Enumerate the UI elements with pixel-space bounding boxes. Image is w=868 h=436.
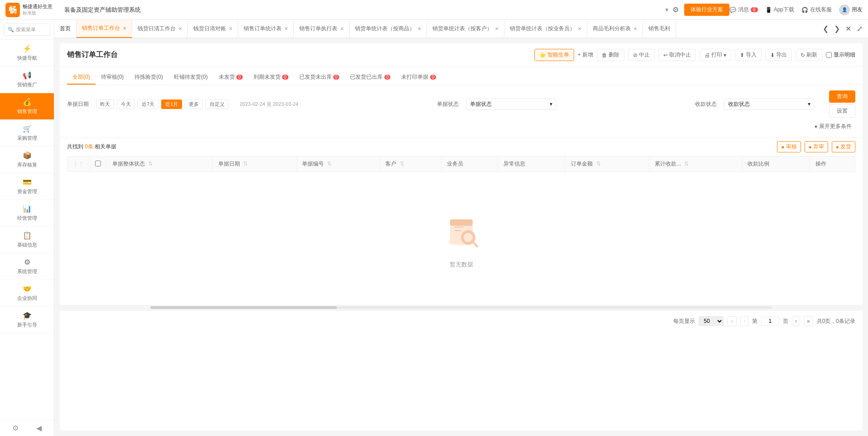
- expand-conditions-btn[interactable]: ▾ 展开更多条件: [811, 121, 855, 132]
- date-btn-7days[interactable]: 近7天: [138, 100, 158, 109]
- sub-tab-pending-review[interactable]: 待审核(0): [96, 71, 129, 85]
- empty-state: 暂无数据: [60, 172, 863, 305]
- tab-cash-reconcile[interactable]: 钱货日清对账 ✕: [188, 20, 238, 38]
- sort-icon[interactable]: ⇅: [596, 161, 601, 167]
- sub-tab-overdue-not-shipped[interactable]: 到期未发货 0: [248, 71, 294, 85]
- tab-prev-btn[interactable]: ❮: [821, 23, 830, 35]
- page-size-select[interactable]: 20 50 100: [699, 316, 724, 326]
- sidebar-item-finance[interactable]: 💳 资金管理: [0, 173, 54, 200]
- page-size-label: 每页显示: [673, 318, 695, 325]
- sidebar-item-basic[interactable]: 📋 基础信息: [0, 227, 54, 253]
- status-select[interactable]: 单据状态 ▾: [466, 99, 556, 110]
- data-table: ⋮⋮ 单据整体状态 ⇅: [67, 156, 855, 172]
- show-detail-label[interactable]: 显示明细: [826, 51, 855, 59]
- sidebar-item-purchase[interactable]: 🛒 采购管理: [0, 120, 54, 147]
- next-page-btn[interactable]: ›: [792, 316, 800, 326]
- cancel-stop-btn[interactable]: ↩ 取消中止: [658, 49, 696, 61]
- sidebar-item-sales[interactable]: 💰 销售管理: [0, 93, 54, 120]
- show-detail-checkbox[interactable]: [826, 52, 832, 58]
- tab-sales-order-stats[interactable]: 销售订单统计表 ✕: [238, 20, 294, 38]
- top-bar: 畅 畅捷通好生意 标准版 装备及固定资产辅助管理系统 ▼ ⚙ 体验行业方案 💬 …: [0, 0, 868, 20]
- sidebar-settings-icon[interactable]: ⚙: [12, 424, 19, 432]
- sidebar-collapse-icon[interactable]: ◀: [36, 424, 42, 432]
- sub-tab-shipped-not-warehoused[interactable]: 已发货未出库 0: [294, 71, 345, 85]
- sub-tab-all[interactable]: 全部(0): [67, 71, 96, 85]
- sidebar-item-operation[interactable]: 📊 经营管理: [0, 200, 54, 227]
- sub-tab-wangpu-pending-ship[interactable]: 旺铺待发货(0): [168, 71, 213, 85]
- smart-btn[interactable]: ⭐ 智能生单: [534, 49, 574, 61]
- import-btn[interactable]: ⬆ 导入: [735, 49, 762, 61]
- tab-close-icon[interactable]: ✕: [284, 26, 288, 31]
- set-btn[interactable]: 设置: [829, 104, 855, 118]
- last-page-btn[interactable]: »: [804, 316, 813, 326]
- sort-icon[interactable]: ⇅: [327, 161, 331, 167]
- sub-tab-pending-inspect[interactable]: 待拣验货(0): [129, 71, 168, 85]
- tab-sales-order-exec[interactable]: 销售订单执行表 ✕: [294, 20, 350, 38]
- sort-icon[interactable]: ⇅: [400, 161, 404, 167]
- tab-close-icon[interactable]: ✕: [229, 26, 232, 31]
- tab-sales-profit[interactable]: 销售毛利: [643, 20, 676, 38]
- sort-icon[interactable]: ⇅: [148, 161, 153, 167]
- date-btn-1month[interactable]: 近1月: [161, 100, 182, 109]
- tab-home[interactable]: 首页: [54, 20, 77, 38]
- date-btn-more[interactable]: 更多: [185, 100, 203, 109]
- sub-tab-shipped-warehoused[interactable]: 已发货已出库 0: [345, 71, 396, 85]
- query-btn[interactable]: 查询: [829, 90, 855, 103]
- app-download-btn[interactable]: 📱 App下载: [765, 6, 794, 14]
- tab-close-icon[interactable]: ✕: [417, 26, 421, 31]
- sidebar-item-inventory[interactable]: 📦 库存核算: [0, 147, 54, 173]
- payment-select[interactable]: 收款状态 ▾: [724, 99, 815, 110]
- scroll-thumb[interactable]: [150, 306, 337, 309]
- sub-tab-not-shipped[interactable]: 未发货 0: [213, 71, 248, 85]
- tab-close-icon[interactable]: ✕: [178, 26, 182, 31]
- date-btn-custom[interactable]: 自定义: [206, 100, 229, 109]
- th-status: 单据整体状态 ⇅: [107, 156, 213, 172]
- online-service-btn[interactable]: 🎧 在线客服: [801, 6, 832, 14]
- stop-btn[interactable]: ⊘ 中止: [628, 49, 655, 61]
- tab-sales-stats-product[interactable]: 销货单统计表（按商品） ✕: [350, 20, 427, 38]
- date-btn-yesterday[interactable]: 昨天: [96, 100, 114, 109]
- approve-btn[interactable]: ● 审核: [777, 141, 801, 152]
- settings-icon[interactable]: ⚙: [672, 5, 679, 14]
- select-all-checkbox[interactable]: [95, 161, 101, 166]
- industry-btn[interactable]: 体验行业方案: [684, 4, 729, 16]
- export-btn[interactable]: ⬇ 导出: [765, 49, 792, 61]
- tab-close-icon[interactable]: ✕: [340, 26, 344, 31]
- ship-btn[interactable]: ● 发货: [832, 141, 855, 152]
- th-checkbox[interactable]: [90, 156, 107, 172]
- page-input[interactable]: [761, 317, 779, 326]
- first-page-btn[interactable]: «: [727, 316, 737, 326]
- sidebar-item-quick-nav[interactable]: ⚡ 快捷导航: [0, 40, 54, 66]
- tab-sales-stats-customer[interactable]: 销货单统计表（按客户） ✕: [427, 20, 504, 38]
- date-btn-today[interactable]: 今天: [117, 100, 135, 109]
- delete-btn[interactable]: 🗑 删除: [597, 49, 624, 61]
- tab-maximize-btn[interactable]: ⤢: [855, 23, 864, 35]
- tab-close-icon[interactable]: ✕: [578, 26, 581, 31]
- prev-page-btn[interactable]: ‹: [740, 316, 748, 326]
- tab-sales-order-workbench[interactable]: 销售订单工作台 ✕: [77, 20, 132, 38]
- scroll-bar[interactable]: [150, 306, 772, 309]
- sidebar-item-guide[interactable]: 🎓 新手引导: [0, 307, 54, 333]
- tab-close-all-btn[interactable]: ✕: [844, 23, 853, 35]
- user-menu[interactable]: 👤 用友: [839, 5, 863, 15]
- refresh-btn[interactable]: ↻ 刷新: [796, 49, 822, 61]
- sidebar-item-system[interactable]: ⚙ 系统管理: [0, 253, 54, 280]
- sort-icon[interactable]: ⇅: [684, 161, 689, 167]
- print-btn[interactable]: 🖨 打印 ▾: [700, 49, 731, 61]
- sort-icon[interactable]: ⇅: [243, 161, 248, 167]
- tab-close-icon[interactable]: ✕: [495, 26, 499, 31]
- tab-sales-stats-staff[interactable]: 销货单统计表（按业务员） ✕: [504, 20, 587, 38]
- add-btn[interactable]: + 新增: [578, 51, 593, 59]
- tab-daily-cash[interactable]: 钱货日清工作台 ✕: [132, 20, 188, 38]
- sidebar-item-marketing[interactable]: 📢 营销推广: [0, 66, 54, 93]
- sidebar-search-btn[interactable]: 🔍 搜索菜单: [4, 24, 50, 36]
- unapprove-btn[interactable]: ● 弃审: [805, 141, 828, 152]
- tab-next-btn[interactable]: ❯: [832, 23, 842, 35]
- message-btn[interactable]: 💬 消息 6: [729, 6, 758, 14]
- horizontal-scrollbar[interactable]: [60, 305, 863, 310]
- tab-product-margin[interactable]: 商品毛利分析表 ✕: [587, 20, 643, 38]
- sub-tab-not-printed[interactable]: 未打印单据 0: [396, 71, 441, 85]
- tab-close-icon[interactable]: ✕: [123, 26, 126, 31]
- sidebar-item-cooperation[interactable]: 🤝 企业协同: [0, 280, 54, 307]
- tab-close-icon[interactable]: ✕: [633, 26, 637, 31]
